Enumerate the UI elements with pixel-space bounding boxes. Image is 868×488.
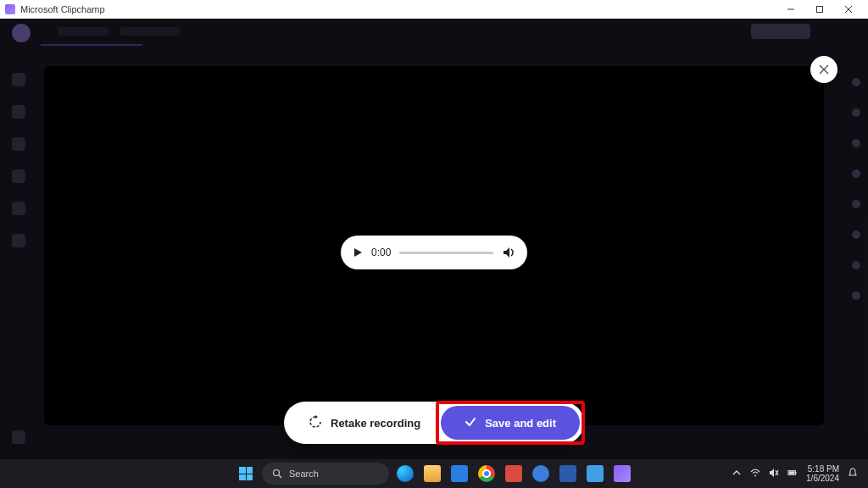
svg-marker-12 [770, 469, 774, 477]
tray-overflow-icon[interactable] [732, 468, 742, 480]
taskbar-app-edge[interactable] [394, 463, 416, 485]
search-placeholder: Search [289, 469, 319, 479]
window-titlebar: Microsoft Clipchamp [0, 0, 868, 19]
taskbar-app-notepad[interactable] [584, 463, 606, 485]
taskbar-app-explorer[interactable] [421, 463, 443, 485]
seek-track[interactable] [399, 252, 493, 254]
taskbar-app-chrome[interactable] [476, 463, 498, 485]
svg-rect-16 [795, 472, 796, 474]
system-tray: 5:18 PM 1/6/2024 [732, 464, 861, 483]
taskbar-app-calculator[interactable] [557, 463, 579, 485]
window-maximize-button[interactable] [805, 0, 834, 19]
svg-line-10 [279, 475, 281, 478]
clock-date: 1/6/2024 [806, 474, 839, 483]
retake-label: Retake recording [331, 417, 420, 430]
windows-taskbar: Search 5:18 PM 1/6/2024 [0, 459, 868, 488]
taskbar-app-generic1[interactable] [503, 463, 525, 485]
svg-rect-17 [789, 471, 795, 474]
play-button[interactable] [353, 247, 363, 258]
taskbar-app-generic2[interactable] [530, 463, 552, 485]
clock-time: 5:18 PM [806, 464, 839, 474]
tray-wifi-icon[interactable] [750, 468, 760, 480]
search-icon [272, 469, 282, 479]
check-icon [465, 416, 476, 430]
close-button[interactable] [810, 56, 837, 83]
save-label: Save and edit [485, 417, 556, 430]
svg-marker-6 [354, 248, 362, 257]
tray-volume-icon[interactable] [769, 468, 779, 480]
tray-battery-icon[interactable] [787, 468, 798, 480]
taskbar-app-store[interactable] [448, 463, 470, 485]
start-button[interactable] [235, 463, 257, 485]
volume-button[interactable] [502, 246, 515, 259]
playback-time: 0:00 [371, 247, 391, 258]
window-minimize-button[interactable] [776, 0, 805, 19]
recording-action-bar: Retake recording Save and edit [284, 402, 584, 444]
app-icon [5, 4, 15, 14]
svg-marker-7 [504, 247, 509, 258]
save-and-edit-button[interactable]: Save and edit [441, 406, 580, 440]
svg-rect-1 [817, 7, 823, 13]
taskbar-clock[interactable]: 5:18 PM 1/6/2024 [806, 464, 839, 483]
svg-point-9 [274, 470, 280, 476]
window-title: Microsoft Clipchamp [20, 4, 105, 14]
retake-icon [309, 415, 322, 431]
retake-recording-button[interactable]: Retake recording [288, 406, 441, 440]
window-close-button[interactable] [834, 0, 863, 19]
taskbar-search[interactable]: Search [262, 463, 389, 485]
svg-point-11 [754, 475, 756, 477]
tray-notifications-icon[interactable] [848, 468, 858, 480]
media-player: 0:00 [341, 236, 527, 269]
taskbar-app-clipchamp[interactable] [611, 463, 633, 485]
svg-marker-8 [315, 415, 318, 419]
app-background-dimmed: 0:00 Retake recording Save and edit [0, 19, 868, 459]
